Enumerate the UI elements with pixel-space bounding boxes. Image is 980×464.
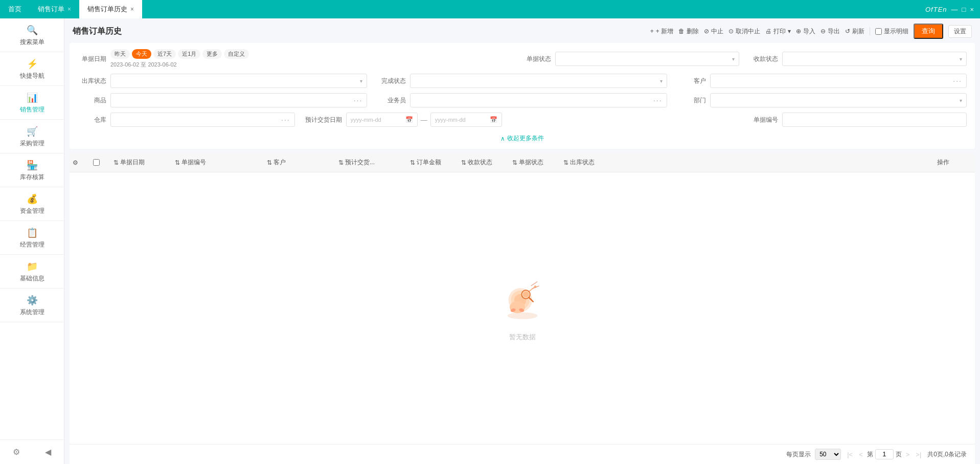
outbound-select[interactable]: ▾	[110, 74, 367, 88]
filter-delivery-date: 预计交货日期 yyyy-mm-dd 📅 — yyyy-mm-dd 📅	[305, 113, 740, 127]
tab-home[interactable]: 首页	[0, 0, 30, 18]
filter-goods: 商品 ···	[78, 93, 367, 107]
page-number-input[interactable]	[875, 449, 894, 459]
print-button[interactable]: 🖨 打印 ▾	[765, 27, 791, 36]
tab-home-label: 首页	[8, 5, 21, 14]
filter-customer: 客户 ···	[677, 74, 967, 88]
page-title: 销售订单历史	[73, 26, 122, 37]
add-icon: +	[650, 28, 654, 35]
table-area: ⚙ ⇅ 单据日期 ⇅ 单据编号 ⇅ 客户 ⇅	[70, 153, 975, 444]
export-button[interactable]: ⊖ 导出	[821, 27, 840, 36]
warehouse-dots: ···	[281, 116, 290, 124]
date-chip-more[interactable]: 更多	[202, 49, 222, 59]
salesman-select[interactable]: ···	[410, 93, 667, 107]
next-page-btn[interactable]: >	[904, 450, 912, 459]
first-page-btn[interactable]: |<	[845, 450, 855, 459]
close-btn[interactable]: ×	[970, 6, 974, 13]
delivery-date-from-text: yyyy-mm-dd	[351, 117, 381, 123]
main-layout: 🔍 搜索菜单 ⚡ 快捷导航 📊 销售管理 🛒 采购管理 🏪 库存核算 💰 资金管…	[0, 18, 980, 464]
display-detail-label: 显示明细	[884, 27, 908, 36]
tab-sales-history[interactable]: 销售订单历史 ×	[79, 0, 142, 18]
page-label: 第	[867, 450, 873, 459]
date-chip-1month[interactable]: 近1月	[178, 49, 200, 59]
warehouse-select[interactable]: ···	[110, 113, 295, 127]
goods-select[interactable]: ···	[110, 93, 367, 107]
sidebar-collapse-btn[interactable]: ◀	[41, 445, 55, 459]
customer-select[interactable]: ···	[710, 74, 967, 88]
customer-label: 客户	[677, 77, 706, 85]
select-all-checkbox[interactable]	[93, 159, 100, 166]
date-label: 单据日期	[78, 55, 106, 63]
sidebar-settings-btn[interactable]: ⚙	[9, 445, 24, 459]
date-chip-today[interactable]: 今天	[132, 49, 151, 59]
date-separator: —	[418, 116, 430, 124]
th-customer[interactable]: ⇅ 客户	[264, 154, 335, 171]
display-toggle[interactable]: 显示明细	[875, 27, 908, 36]
collection-status-select[interactable]: ▾	[782, 52, 967, 66]
dept-select[interactable]: ▾	[710, 93, 967, 107]
filter-row-1: 单据日期 昨天 今天 近7天 近1月 更多 自定义 2023-06-02 至 2…	[78, 49, 967, 69]
th-order-no[interactable]: ⇅ 单据编号	[172, 154, 264, 171]
sidebar-item-search-menu[interactable]: 🔍 搜索菜单	[0, 18, 64, 52]
refresh-button[interactable]: ↺ 刷新	[845, 27, 864, 36]
content-area: 销售订单历史 + + 新增 🗑 删除 ⊘ 中止 ⊙ 取消中止	[64, 18, 980, 464]
date-chip-7days[interactable]: 近7天	[153, 49, 176, 59]
sidebar-item-basic-info[interactable]: 📁 基础信息	[0, 255, 64, 289]
collection-status-label: 收款状态	[749, 55, 778, 63]
table-settings-icon[interactable]: ⚙	[73, 159, 78, 166]
minimize-btn[interactable]: —	[951, 6, 958, 13]
customer-dots: ···	[953, 77, 962, 85]
sidebar-item-sales-mgmt[interactable]: 📊 销售管理	[0, 86, 64, 120]
basic-info-icon: 📁	[27, 261, 38, 272]
add-button[interactable]: + + 新增	[650, 27, 673, 36]
sidebar-item-sys-mgmt[interactable]: ⚙️ 系统管理	[0, 289, 64, 322]
sidebar-item-finance[interactable]: 💰 资金管理	[0, 187, 64, 221]
filter-complete: 完成状态 ▾	[377, 74, 667, 88]
th-date[interactable]: ⇅ 单据日期	[110, 154, 172, 171]
page-label-2: 页	[896, 450, 902, 459]
maximize-btn[interactable]: □	[962, 6, 966, 13]
delete-button[interactable]: 🗑 删除	[678, 27, 699, 36]
collapse-more-conditions[interactable]: ∧ 收起更多条件	[78, 132, 967, 143]
date-range-text: 2023-06-02 至 2023-06-02	[110, 61, 252, 69]
th-outbound-status[interactable]: ⇅ 出库状态	[560, 154, 611, 171]
last-page-btn[interactable]: >|	[914, 450, 923, 459]
date-chip-custom[interactable]: 自定义	[224, 49, 249, 59]
sort-icon-collection: ⇅	[461, 159, 466, 166]
sidebar-item-inventory[interactable]: 🏪 库存核算	[0, 153, 64, 187]
display-detail-checkbox[interactable]	[875, 28, 882, 35]
cancel-stop-button[interactable]: ⊙ 取消中止	[728, 27, 760, 36]
operations-icon: 📋	[27, 227, 38, 238]
stop-button[interactable]: ⊘ 中止	[704, 27, 723, 36]
page-size-select[interactable]: 10 20 50 100	[815, 449, 841, 460]
filter-order-no: 单据编号	[749, 113, 967, 127]
complete-select[interactable]: ▾	[410, 74, 667, 88]
close-sales-order-tab[interactable]: ×	[67, 6, 71, 13]
th-amount[interactable]: ⇅ 订单金额	[407, 154, 458, 171]
delivery-date-to[interactable]: yyyy-mm-dd 📅	[430, 113, 502, 127]
delivery-date-from[interactable]: yyyy-mm-dd 📅	[346, 113, 418, 127]
date-chip-yesterday[interactable]: 昨天	[110, 49, 130, 59]
stop-icon: ⊘	[704, 28, 709, 35]
sidebar-item-purchase-mgmt[interactable]: 🛒 采购管理	[0, 120, 64, 153]
tab-sales-order[interactable]: 销售订单 ×	[30, 0, 79, 18]
sidebar-item-label-search: 搜索菜单	[20, 38, 44, 47]
goods-dots: ···	[354, 96, 363, 104]
outbound-label: 出库状态	[78, 77, 106, 85]
sidebar-item-quick-nav[interactable]: ⚡ 快捷导航	[0, 52, 64, 86]
th-order-status[interactable]: ⇅ 单据状态	[509, 154, 560, 171]
salesman-label: 业务员	[377, 96, 406, 105]
order-status-select[interactable]: ▾	[555, 52, 740, 66]
import-button[interactable]: ⊕ 导入	[796, 27, 815, 36]
prev-page-btn[interactable]: <	[857, 450, 865, 459]
order-no-input[interactable]	[782, 113, 967, 127]
sort-icon-customer: ⇅	[267, 159, 272, 166]
sidebar-item-operations[interactable]: 📋 经营管理	[0, 221, 64, 255]
close-sales-history-tab[interactable]: ×	[130, 6, 134, 13]
complete-arrow: ▾	[660, 78, 663, 84]
total-text: 共0页,0条记录	[927, 450, 967, 459]
th-collection-status[interactable]: ⇅ 收款状态	[458, 154, 509, 171]
query-button[interactable]: 查询	[914, 24, 943, 39]
settings-button[interactable]: 设置	[948, 25, 972, 38]
th-delivery-date[interactable]: ⇅ 预计交货...	[335, 154, 407, 171]
